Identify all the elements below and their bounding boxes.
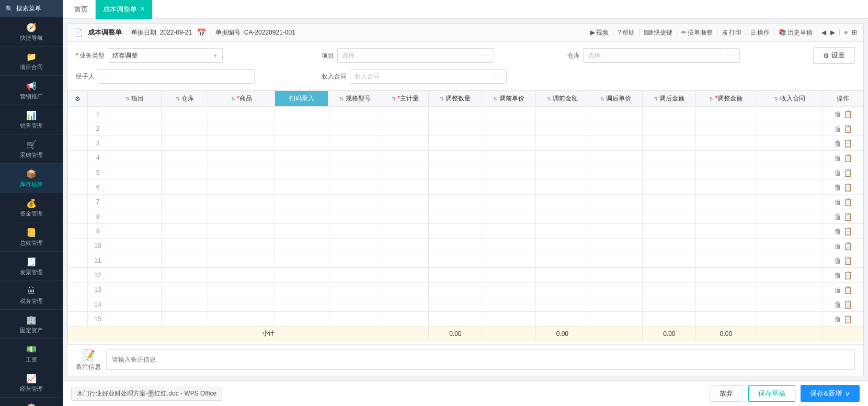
- prev-amount-cell[interactable]: [535, 268, 589, 283]
- income-contract-cell[interactable]: [756, 224, 823, 239]
- help-action[interactable]: ? 帮助: [618, 28, 635, 37]
- warehouse-cell[interactable]: [161, 107, 208, 121]
- income-contract-cell[interactable]: [756, 195, 823, 209]
- warehouse-cell[interactable]: [161, 136, 208, 151]
- income-contract-cell[interactable]: [756, 297, 823, 312]
- spec-type-cell[interactable]: [328, 312, 382, 326]
- adjust-amount-cell[interactable]: [696, 195, 756, 209]
- warehouse-input[interactable]: 选择... ···: [583, 48, 740, 63]
- product-cell[interactable]: [208, 136, 275, 151]
- prev-unit-price-cell[interactable]: [482, 151, 535, 165]
- income-contract-cell[interactable]: [756, 121, 823, 136]
- copy-icon[interactable]: 📋: [843, 227, 852, 235]
- after-unit-price-cell[interactable]: [589, 312, 642, 326]
- copy-icon[interactable]: 📋: [843, 315, 852, 323]
- after-unit-price-cell[interactable]: [589, 253, 642, 268]
- main-unit-cell[interactable]: [382, 253, 428, 268]
- spec-type-cell[interactable]: [328, 253, 382, 268]
- col-income-contract[interactable]: ⇅ 收入合同: [756, 91, 823, 107]
- income-contract-cell[interactable]: [756, 136, 823, 151]
- income-contract-cell[interactable]: [756, 312, 823, 326]
- sidebar-item-sales-promo[interactable]: 📢 营销推广: [0, 76, 63, 105]
- save-new-button[interactable]: 保存&新增 ∨: [801, 385, 860, 402]
- spec-type-cell[interactable]: [328, 239, 382, 253]
- after-unit-price-cell[interactable]: [589, 283, 642, 297]
- adjust-qty-cell[interactable]: [429, 283, 482, 297]
- warehouse-cell[interactable]: [161, 268, 208, 283]
- income-contract-cell[interactable]: [756, 209, 823, 224]
- main-unit-cell[interactable]: [382, 136, 428, 151]
- project-cell[interactable]: [108, 297, 161, 312]
- prev-unit-price-cell[interactable]: [482, 283, 535, 297]
- after-amount-cell[interactable]: [643, 312, 696, 326]
- adjust-qty-cell[interactable]: [429, 209, 482, 224]
- spec-type-cell[interactable]: [328, 165, 382, 180]
- product-cell[interactable]: [208, 297, 275, 312]
- delete-icon[interactable]: 🗑: [834, 286, 841, 294]
- product-cell[interactable]: [208, 253, 275, 268]
- income-contract-cell[interactable]: [756, 107, 823, 121]
- main-unit-cell[interactable]: [382, 297, 428, 312]
- after-unit-price-cell[interactable]: [589, 107, 642, 121]
- prev-unit-price-cell[interactable]: [482, 195, 535, 209]
- main-unit-cell[interactable]: [382, 151, 428, 165]
- after-amount-cell[interactable]: [643, 209, 696, 224]
- copy-icon[interactable]: 📋: [843, 271, 852, 279]
- adjust-qty-cell[interactable]: [429, 253, 482, 268]
- project-cell[interactable]: [108, 253, 161, 268]
- warehouse-cell[interactable]: [161, 253, 208, 268]
- prev-amount-cell[interactable]: [535, 180, 589, 195]
- sidebar-item-salary[interactable]: 💵 工资: [0, 339, 63, 368]
- project-cell[interactable]: [108, 180, 161, 195]
- warehouse-cell[interactable]: [161, 297, 208, 312]
- warehouse-cell[interactable]: [161, 121, 208, 136]
- after-amount-cell[interactable]: [643, 224, 696, 239]
- scan-input-cell[interactable]: [275, 312, 328, 326]
- adjust-amount-cell[interactable]: [696, 253, 756, 268]
- after-amount-cell[interactable]: [643, 107, 696, 121]
- copy-icon[interactable]: 📋: [843, 154, 852, 162]
- spec-type-cell[interactable]: [328, 107, 382, 121]
- scan-input-cell[interactable]: [275, 121, 328, 136]
- income-contract-cell[interactable]: [756, 151, 823, 165]
- project-cell[interactable]: [108, 224, 161, 239]
- delete-icon[interactable]: 🗑: [834, 315, 841, 323]
- adjust-amount-cell[interactable]: [696, 283, 756, 297]
- adjust-qty-cell[interactable]: [429, 136, 482, 151]
- tab-cost-adjust[interactable]: 成本调整单 ✕: [96, 0, 153, 19]
- product-cell[interactable]: [208, 195, 275, 209]
- product-cell[interactable]: [208, 165, 275, 180]
- spec-type-cell[interactable]: [328, 136, 382, 151]
- spec-type-cell[interactable]: [328, 224, 382, 239]
- product-cell[interactable]: [208, 268, 275, 283]
- adjust-amount-cell[interactable]: [696, 224, 756, 239]
- prev-unit-price-cell[interactable]: [482, 165, 535, 180]
- main-unit-cell[interactable]: [382, 283, 428, 297]
- scan-input-cell[interactable]: [275, 224, 328, 239]
- sidebar-item-invoice-mgmt[interactable]: 🧾 发票管理: [0, 252, 63, 281]
- prev-unit-price-cell[interactable]: [482, 312, 535, 326]
- prev-unit-price-cell[interactable]: [482, 239, 535, 253]
- adjust-qty-cell[interactable]: [429, 239, 482, 253]
- prev-amount-cell[interactable]: [535, 209, 589, 224]
- copy-icon[interactable]: 📋: [843, 242, 852, 250]
- project-cell[interactable]: [108, 165, 161, 180]
- settings-button[interactable]: ⚙ 设置: [813, 47, 855, 64]
- product-cell[interactable]: [208, 151, 275, 165]
- main-unit-cell[interactable]: [382, 268, 428, 283]
- copy-icon[interactable]: 📋: [843, 212, 852, 221]
- tab-close-icon[interactable]: ✕: [140, 6, 145, 13]
- sidebar-item-fixed-assets[interactable]: 🏢 固定资产: [0, 310, 63, 339]
- copy-icon[interactable]: 📋: [843, 168, 852, 177]
- tab-home[interactable]: 首页: [67, 0, 96, 19]
- prev-amount-cell[interactable]: [535, 136, 589, 151]
- discard-button[interactable]: 放弃: [710, 385, 743, 402]
- print-action[interactable]: 🖨 打印: [722, 28, 741, 37]
- product-cell[interactable]: [208, 283, 275, 297]
- adjust-qty-cell[interactable]: [429, 107, 482, 121]
- sidebar-item-ledger-mgmt[interactable]: 📒 总账管理: [0, 222, 63, 252]
- shortcut-action[interactable]: ⌨ 快捷键: [644, 28, 672, 37]
- income-contract-cell[interactable]: [756, 253, 823, 268]
- delete-icon[interactable]: 🗑: [834, 212, 841, 221]
- main-unit-cell[interactable]: [382, 209, 428, 224]
